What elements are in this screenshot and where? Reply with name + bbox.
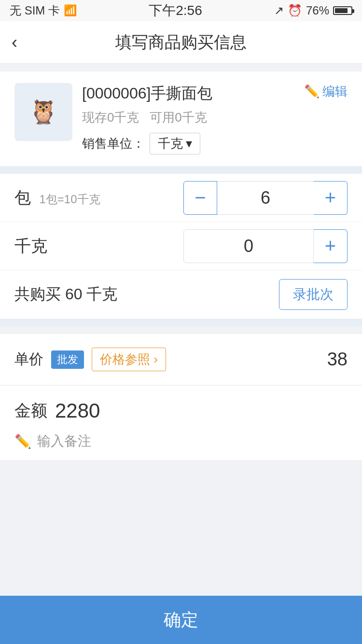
battery-fill [335,8,348,13]
unit-select[interactable]: 千克 ▾ [150,133,200,154]
purchase-summary: 共购买 60 千克 [14,284,117,305]
battery-bar [333,6,352,15]
bao-row: 包 1包=10千克 − + [0,174,362,222]
wifi-icon: 📶 [64,4,77,17]
bao-qty-input[interactable] [217,181,314,215]
note-icon: ✏️ [14,434,31,449]
edit-button[interactable]: ✏️ 编辑 [304,83,348,100]
confirm-button[interactable]: 确定 [0,596,362,644]
page-title: 填写商品购买信息 [115,31,247,54]
amount-label: 金额 [14,400,47,422]
status-right: ↗ ⏰ 76% [274,4,352,17]
price-section: 单价 批发 价格参照 › 38 [0,334,362,385]
amount-section: 金额 2280 ✏️ 输入备注 [0,386,362,460]
price-ref-button[interactable]: 价格参照 › [92,348,166,371]
price-tag: 批发 [51,350,84,369]
unit-label: 销售单位： [82,135,145,152]
separator-1 [0,166,362,174]
alarm-icon: ⏰ [288,4,302,17]
stock-available: 可用0千克 [150,110,207,125]
purchase-row: 共购买 60 千克 录批次 [0,270,362,319]
product-card: 🦉 [0000006]手撕面包 现存0千克 可用0千克 销售单位： 千克 ▾ ✏… [0,71,362,166]
batch-button[interactable]: 录批次 [279,279,348,310]
unit-dropdown-icon: ▾ [186,136,192,151]
separator-2 [0,319,362,326]
status-bar: 无 SIM 卡 📶 下午2:56 ↗ ⏰ 76% [0,0,362,21]
note-row[interactable]: ✏️ 输入备注 [14,432,348,450]
product-image: 🦉 [14,83,72,141]
content-area [0,460,362,595]
product-logo: 🦉 [29,98,58,126]
bao-qty-control: − + [183,181,348,215]
amount-row: 金额 2280 [14,399,348,422]
status-left: 无 SIM 卡 📶 [10,3,77,18]
kg-row: 千克 + [0,222,362,270]
product-stock: 现存0千克 可用0千克 [82,109,348,126]
location-icon: ↗ [274,4,284,17]
edit-label: 编辑 [322,83,348,100]
unit-value: 千克 [158,135,183,152]
kg-label: 千克 [14,235,174,257]
edit-icon: ✏️ [304,84,320,99]
nav-bar: ‹ 填写商品购买信息 [0,21,362,64]
bao-label: 包 1包=10千克 [14,187,174,209]
carrier-label: 无 SIM 卡 [10,3,60,18]
stock-current: 现存0千克 [82,110,139,125]
price-label: 单价 [14,350,43,369]
product-unit: 销售单位： 千克 ▾ [82,133,348,154]
bao-hint: 1包=10千克 [39,193,100,206]
battery-pct: 76% [306,4,329,17]
bao-increment-button[interactable]: + [314,181,348,215]
price-row: 单价 批发 价格参照 › 38 [14,348,348,371]
kg-qty-control: + [183,229,348,263]
note-label: 输入备注 [37,432,91,450]
kg-qty-input[interactable] [183,229,314,263]
price-value: 38 [327,349,348,370]
back-button[interactable]: ‹ [12,32,17,53]
status-time: 下午2:56 [149,1,202,20]
bao-decrement-button[interactable]: − [183,181,217,215]
kg-increment-button[interactable]: + [314,229,348,263]
input-section: 包 1包=10千克 − + 千克 + [0,174,362,270]
amount-value: 2280 [55,399,100,422]
